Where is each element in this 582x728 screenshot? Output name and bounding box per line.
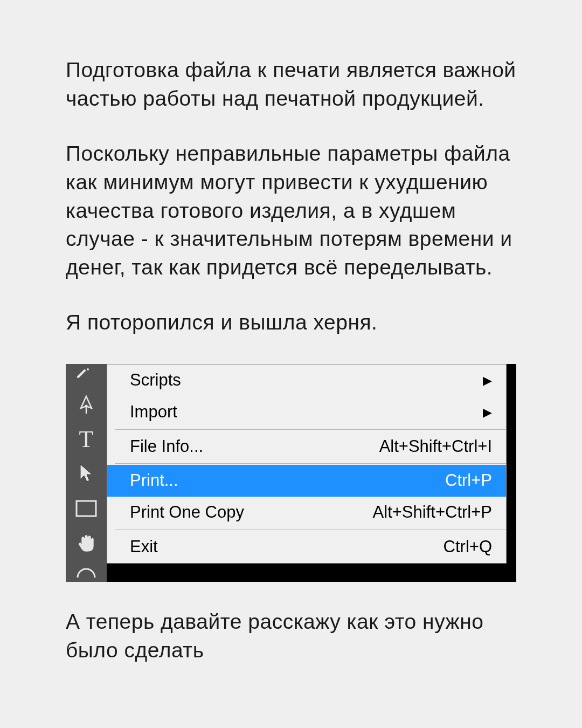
rectangle-icon[interactable] [70,492,102,525]
menu-label: Import [130,402,177,423]
context-menu: Scripts ▶ Import ▶ File Info... Alt+Shif… [107,364,507,564]
paragraph-1: Подготовка файла к печати является важно… [66,56,516,113]
menu-item-file-info[interactable]: File Info... Alt+Shift+Ctrl+I [107,431,506,463]
ellipse-icon[interactable] [70,561,102,578]
menu-shortcut: Alt+Shift+Ctrl+P [373,502,492,523]
menu-shortcut: Ctrl+Q [444,537,492,558]
paragraph-2: Поскольку неправильные параметры файла к… [66,140,516,281]
svg-point-0 [87,368,89,370]
menu-label: Print... [130,470,178,491]
magnifier-icon[interactable] [70,367,102,387]
menu-label: Scripts [130,370,181,391]
paragraph-3: Я поторопился и вышла херня. [66,308,516,337]
menu-item-print-one-copy[interactable]: Print One Copy Alt+Shift+Ctrl+P [107,497,506,528]
embedded-screenshot: T Scripts ▶ Import [66,364,516,582]
menu-label: File Info... [130,436,203,457]
hand-icon[interactable] [70,527,102,559]
chevron-right-icon: ▶ [483,405,492,420]
svg-rect-3 [77,501,96,516]
pen-icon[interactable] [70,389,102,421]
cursor-icon[interactable] [70,458,102,490]
menu-separator [115,463,506,464]
menu-label: Exit [130,537,158,558]
paragraph-4: А теперь давайте расскажу как это нужно … [66,608,516,664]
menu-item-print[interactable]: Print... Ctrl+P [107,465,506,497]
page: Подготовка файла к печати является важно… [0,0,582,664]
toolbar: T [66,364,107,582]
menu-item-scripts[interactable]: Scripts ▶ [107,365,506,396]
svg-point-2 [85,405,88,408]
type-icon[interactable]: T [70,423,102,456]
menu-shortcut: Ctrl+P [445,470,492,491]
menu-item-import[interactable]: Import ▶ [107,396,506,428]
chevron-right-icon: ▶ [483,373,492,388]
context-menu-container: Scripts ▶ Import ▶ File Info... Alt+Shif… [107,364,516,582]
menu-separator [115,530,506,530]
menu-shortcut: Alt+Shift+Ctrl+I [379,436,492,457]
menu-label: Print One Copy [130,502,244,523]
menu-separator [115,429,506,430]
menu-item-exit[interactable]: Exit Ctrl+Q [107,531,506,563]
